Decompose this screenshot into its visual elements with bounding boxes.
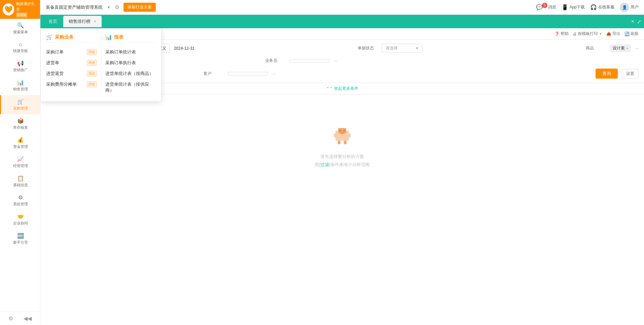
help-item[interactable]: ❓ 帮助 [554, 31, 569, 37]
sidebar-icon-sales: 📊 [17, 79, 24, 86]
status-select[interactable]: 请选择 ▼ [382, 44, 422, 53]
product-tag-remove[interactable]: × [626, 46, 628, 50]
product-tag: 设计素 × [610, 44, 631, 52]
sidebar-settings-icon[interactable]: ⚙ [8, 315, 13, 322]
empty-hint-2: 用[过滤]条件来缩小分析范围 [315, 162, 369, 168]
sidebar-item-enterprise[interactable]: 🤝 企业协同 [0, 210, 40, 229]
export-label: 导出 [612, 31, 620, 37]
content-body: 请先选择要分析的方案 用[过滤]条件来缩小分析范围 [40, 94, 644, 325]
app-download-label: App下载 [570, 4, 585, 10]
stock-in-history: 历史 [87, 60, 97, 66]
sidebar-label-guide: 新手引导 [13, 240, 28, 245]
sidebar-item-quick-nav[interactable]: ⌂ 快捷导航 [0, 38, 40, 57]
query-button[interactable]: 查询 [596, 69, 618, 79]
dropdown-item-stock-stats-product[interactable]: 进货单统计表（按商品） [105, 68, 156, 79]
status-select-value: 请选择 [386, 45, 398, 51]
online-service-item[interactable]: 🎧 在线客服 [590, 4, 614, 10]
dropdown-item-stock-in[interactable]: 进货单 历史 [46, 57, 97, 68]
purchase-section-label: 采购业务 [55, 34, 74, 40]
help-icon: ❓ [554, 32, 560, 36]
product-filter-label: 商品 [586, 45, 606, 51]
app-badge: 标准版 [16, 12, 27, 17]
industry-btn[interactable]: 体验行业方案 [123, 3, 156, 12]
system-title: 装备及固定资产辅助管理系统 [46, 4, 103, 10]
sidebar-label-purchase: 采购管理 [13, 106, 28, 111]
product-filter-dots[interactable]: ··· [635, 46, 639, 51]
order-stats-label: 采购订单统计表 [105, 49, 136, 55]
product-tag-value: 设计素 [613, 45, 625, 51]
refresh-label: 刷新 [631, 31, 639, 37]
svg-rect-5 [334, 133, 336, 137]
customer-select[interactable] [228, 72, 268, 75]
sidebar-item-purchase[interactable]: 🛒 采购管理 [0, 95, 40, 114]
refresh-item[interactable]: 🔄 刷新 [624, 31, 639, 37]
dropdown-purchase-section: 🛒 采购业务 采购订单 历史 进货单 历史 进货退货 历史 采购费用分摊单 [46, 34, 97, 96]
export-icon: 📤 [606, 32, 611, 36]
salesperson-dots[interactable]: ··· [334, 58, 337, 63]
user-item[interactable]: 👤 用户 [620, 3, 639, 12]
sidebar-logo: 🧡 畅捷通好生意 标准版 [0, 0, 40, 19]
dropdown-report-section: 📊 报表 采购订单统计表 采购订单执行表 进货单统计表（按商品） 进货单统计表（… [105, 34, 156, 96]
sidebar-label-sales: 销售管理 [13, 87, 28, 92]
sidebar-item-system[interactable]: ⚙ 系统管理 [0, 191, 40, 210]
dropdown-report-title: 📊 报表 [105, 34, 156, 43]
app-name: 畅捷通好生意 [16, 1, 37, 12]
export-item[interactable]: 📤 导出 [606, 31, 620, 37]
stock-in-label: 进货单 [46, 60, 59, 66]
print-item[interactable]: 🖨 按模板打印 ▼ [573, 31, 602, 37]
tab-container: 首页 销售排行榜 × × ⤢ 🛒 采购业务 采购订单 历 [40, 15, 644, 28]
notification-item[interactable]: 💬 5 消息 [536, 4, 556, 10]
sidebar-item-inventory[interactable]: 📦 库存核算 [0, 114, 40, 133]
tab-home[interactable]: 首页 [43, 16, 63, 27]
dropdown-item-purchase-order[interactable]: 采购订单 历史 [46, 47, 97, 57]
app-download-item[interactable]: 📱 App下载 [562, 4, 585, 10]
sidebar-item-sales[interactable]: 📊 销售管理 [0, 76, 40, 95]
tab-maximize-icon[interactable]: ⤢ [637, 18, 641, 25]
avatar: 👤 [620, 3, 629, 12]
sidebar: 🧡 畅捷通好生意 标准版 🔍 搜索菜单 ⌂ 快捷导航 📢 营销推广 📊 销售管理… [0, 0, 40, 325]
sidebar-icon-purchase: 🛒 [17, 98, 24, 105]
print-dropdown-arrow[interactable]: ▼ [599, 32, 602, 36]
sidebar-item-finance[interactable]: 💰 资金管理 [0, 133, 40, 153]
sidebar-item-operations[interactable]: 📈 经营管理 [0, 153, 40, 172]
salesperson-select[interactable] [289, 59, 330, 63]
stock-stats-supplier-label: 进货单统计表（按供应商） [105, 81, 156, 93]
sidebar-item-search[interactable]: 🔍 搜索菜单 [0, 19, 40, 38]
purchase-dropdown-menu: 🛒 采购业务 采购订单 历史 进货单 历史 进货退货 历史 采购费用分摊单 [40, 28, 162, 101]
sidebar-icon-inventory: 📦 [17, 118, 24, 124]
sidebar-icon-enterprise: 🤝 [17, 213, 24, 220]
dropdown-item-stock-stats-supplier[interactable]: 进货单统计表（按供应商） [105, 79, 156, 96]
svg-rect-4 [341, 133, 344, 134]
tab-close-window-icon[interactable]: × [631, 18, 634, 25]
print-label: 按模板打印 [578, 31, 598, 37]
topbar-dropdown-arrow[interactable]: ▼ [107, 5, 111, 10]
empty-illustration [329, 121, 356, 148]
dropdown-item-expense[interactable]: 采购费用分摊单 历史 [46, 79, 97, 90]
sidebar-item-guide[interactable]: 🆕 新手引导 [0, 229, 40, 248]
topbar-settings-icon[interactable]: ⚙ [115, 4, 119, 10]
tab-sales-rank[interactable]: 销售排行榜 × [63, 16, 102, 27]
sidebar-icon-quick-nav: ⌂ [19, 41, 22, 47]
sidebar-label-operations: 经营管理 [13, 163, 28, 168]
sidebar-item-marketing[interactable]: 📢 营销推广 [0, 57, 40, 76]
collapse-label: 收起更多条件 [334, 86, 358, 91]
tab-close-icon[interactable]: × [94, 19, 96, 24]
help-label: 帮助 [561, 31, 569, 37]
sidebar-label-enterprise: 企业协同 [13, 221, 28, 226]
sidebar-label-system: 系统管理 [13, 202, 28, 207]
refresh-icon: 🔄 [624, 32, 630, 36]
svg-rect-7 [338, 141, 341, 144]
svg-rect-8 [344, 141, 347, 144]
sidebar-icon-marketing: 📢 [17, 60, 24, 67]
sidebar-collapse-icon[interactable]: ◀◀ [24, 315, 32, 322]
dropdown-item-order-exec[interactable]: 采购订单执行表 [105, 57, 156, 68]
stock-stats-product-label: 进货单统计表（按商品） [105, 71, 153, 77]
sidebar-label-finance: 资金管理 [13, 144, 28, 149]
dropdown-item-order-stats[interactable]: 采购订单统计表 [105, 47, 156, 57]
customer-dots[interactable]: ··· [272, 71, 276, 76]
expense-history: 历史 [87, 81, 97, 87]
purchase-section-icon: 🛒 [46, 34, 53, 40]
dropdown-item-return[interactable]: 进货退货 历史 [46, 68, 97, 79]
sidebar-item-base-info[interactable]: 📋 基础信息 [0, 172, 40, 191]
settings-button[interactable]: 设置 [622, 69, 639, 79]
